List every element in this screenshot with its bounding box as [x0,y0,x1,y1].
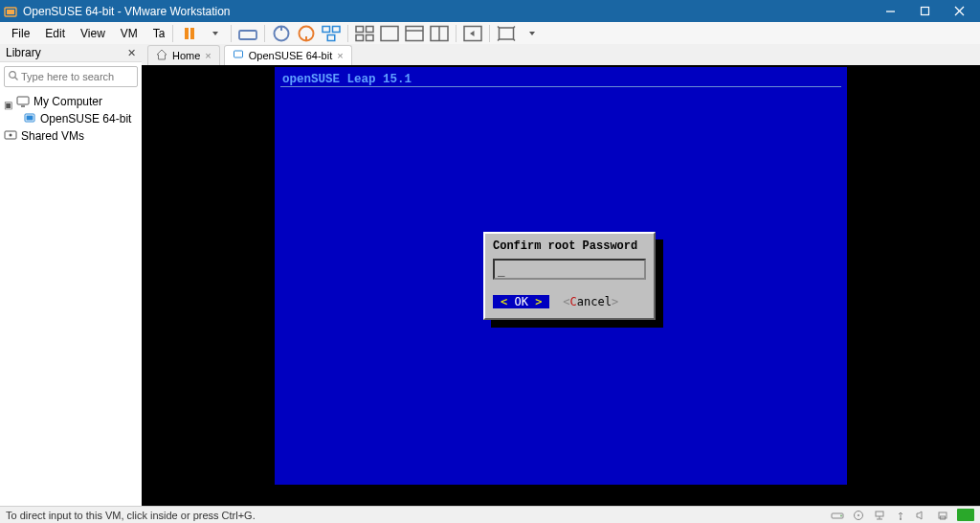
tree-vm-opensuse[interactable]: OpenSUSE 64-bit [2,110,140,127]
svg-rect-22 [500,28,514,39]
toolbar-separator [231,25,232,42]
svg-rect-36 [876,512,883,516]
vm-console[interactable]: openSUSE Leap 15.1 Confirm root Password… [142,65,980,507]
hdd-icon[interactable] [831,510,844,521]
svg-point-23 [10,71,16,78]
root-password-input[interactable]: _ [493,259,646,280]
svg-rect-16 [381,26,398,40]
svg-rect-25 [17,97,29,104]
statusbar: To direct input to this VM, click inside… [0,506,980,523]
tree-shared-vms[interactable]: Shared VMs [2,127,140,145]
svg-point-33 [840,514,842,516]
computer-icon [16,96,30,107]
tree-my-computer[interactable]: ▣ My Computer [2,93,140,110]
tab-close-button[interactable]: × [337,50,343,61]
dialog-title: Confirm root Password [493,239,646,253]
library-panel: Library ✕ ▣ My Computer OpenSUSE 64-bit … [0,44,143,507]
library-search[interactable] [4,66,138,87]
os-title: openSUSE Leap 15.1 [282,73,412,86]
menu-vm[interactable]: VM [113,24,145,43]
sound-icon[interactable] [915,510,928,521]
svg-rect-1 [7,10,14,14]
toolbar-separator [264,25,265,42]
tab-label: Home [172,50,200,61]
status-device-icons [831,509,974,521]
svg-rect-15 [367,34,374,40]
toolbar-separator [456,25,457,42]
collapse-icon[interactable]: ▣ [4,98,12,106]
stretch-dropdown[interactable] [520,24,543,43]
svg-rect-14 [356,34,364,40]
tree-label: Shared VMs [21,128,84,144]
tab-home[interactable]: Home × [147,45,220,65]
confirm-password-dialog: Confirm root Password _ OK <Cancel> [483,232,656,320]
toolbar [165,22,980,45]
library-title: Library [6,46,41,59]
home-icon [156,49,167,62]
library-header: Library ✕ [0,44,142,62]
close-button[interactable] [942,1,976,22]
tab-bar: Home × OpenSUSE 64-bit × [142,44,980,66]
svg-rect-10 [333,26,341,32]
thumbnail-view-button[interactable] [353,24,376,43]
library-close-button[interactable]: ✕ [127,47,136,59]
svg-rect-3 [921,8,928,15]
toolbar-separator [172,25,173,42]
svg-rect-28 [27,116,33,121]
ok-button[interactable]: OK [493,295,549,308]
library-tree: ▣ My Computer OpenSUSE 64-bit Shared VMs [0,91,142,147]
library-search-input[interactable] [19,70,155,83]
menu-edit[interactable]: Edit [37,24,73,43]
tree-label: OpenSUSE 64-bit [40,111,131,126]
svg-rect-31 [234,51,242,57]
single-view-button[interactable] [378,24,401,43]
window-title: OpenSUSE 64-bit - VMware Workstation [23,5,873,18]
vm-icon [23,113,36,125]
message-icon[interactable] [957,509,974,521]
cd-icon[interactable] [852,510,865,521]
cancel-button[interactable]: <Cancel> [563,295,618,308]
svg-point-35 [858,514,859,516]
app-icon [4,5,17,18]
tab-close-button[interactable]: × [205,50,211,61]
os-line [280,86,841,87]
window-titlebar: OpenSUSE 64-bit - VMware Workstation [0,0,980,22]
svg-rect-6 [239,31,256,39]
maximize-button[interactable] [907,1,942,22]
vm-icon [233,49,244,62]
svg-rect-9 [323,26,330,32]
menu-view[interactable]: View [73,24,113,43]
stretch-button[interactable] [495,24,518,43]
svg-rect-11 [327,34,335,40]
svg-point-30 [10,134,12,137]
svg-point-39 [900,518,902,520]
status-text: To direct input to this VM, click inside… [6,510,256,521]
snapshot-button[interactable] [270,24,293,43]
send-ctrl-alt-del-button[interactable] [236,24,259,43]
svg-rect-13 [367,26,374,32]
manage-snapshots-button[interactable] [320,24,343,43]
power-dropdown[interactable] [203,24,226,43]
shared-icon [4,130,17,142]
search-icon [8,70,19,84]
menu-file[interactable]: File [4,24,37,43]
tab-label: OpenSUSE 64-bit [249,50,332,61]
tab-vm-opensuse[interactable]: OpenSUSE 64-bit × [224,45,352,65]
svg-rect-17 [406,26,423,40]
guest-screen[interactable]: openSUSE Leap 15.1 Confirm root Password… [275,67,847,485]
minimize-button[interactable] [873,1,907,22]
svg-line-24 [15,77,18,80]
console-view-button[interactable] [403,24,426,43]
svg-rect-12 [356,26,364,32]
pause-button[interactable] [178,24,201,43]
toolbar-separator [347,25,348,42]
revert-snapshot-button[interactable] [295,24,318,43]
usb-icon[interactable] [894,510,907,521]
unity-button[interactable] [428,24,451,43]
fullscreen-button[interactable] [461,24,484,43]
toolbar-separator [489,25,490,42]
tree-label: My Computer [33,94,102,109]
printer-icon[interactable] [936,510,949,521]
network-icon[interactable] [873,510,886,521]
